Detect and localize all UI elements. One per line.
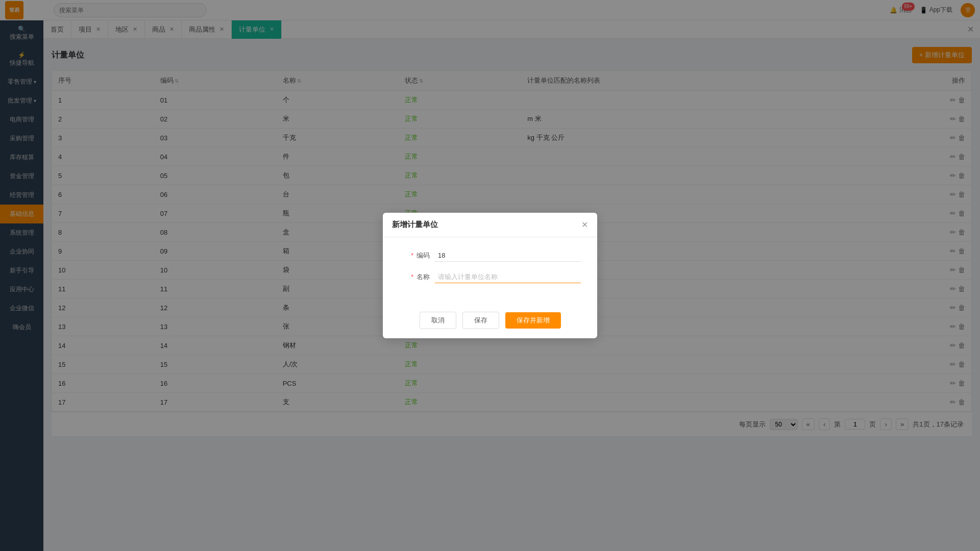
save-and-new-button[interactable]: 保存并新增 (505, 312, 561, 329)
form-row-code: * 编码 (399, 249, 581, 262)
modal-footer: 取消 保存 保存并新增 (383, 305, 597, 338)
code-label: * 编码 (399, 251, 430, 260)
name-input[interactable] (435, 271, 581, 283)
modal-title: 新增计量单位 (392, 220, 438, 230)
cancel-button[interactable]: 取消 (420, 312, 456, 329)
code-input[interactable] (435, 249, 581, 262)
modal-close-btn[interactable]: ✕ (581, 220, 588, 230)
modal-header: 新增计量单位 ✕ (383, 213, 597, 237)
modal-body: * 编码 * 名称 (383, 237, 597, 305)
form-row-name: * 名称 (399, 271, 581, 283)
save-button[interactable]: 保存 (462, 312, 499, 329)
add-unit-modal: 新增计量单位 ✕ * 编码 * 名称 取消 保存 保存并新增 (383, 213, 597, 338)
required-mark-name: * (411, 273, 413, 281)
required-mark: * (411, 252, 413, 259)
modal-overlay[interactable]: 新增计量单位 ✕ * 编码 * 名称 取消 保存 保存并新增 (0, 0, 980, 551)
name-label: * 名称 (399, 272, 430, 282)
